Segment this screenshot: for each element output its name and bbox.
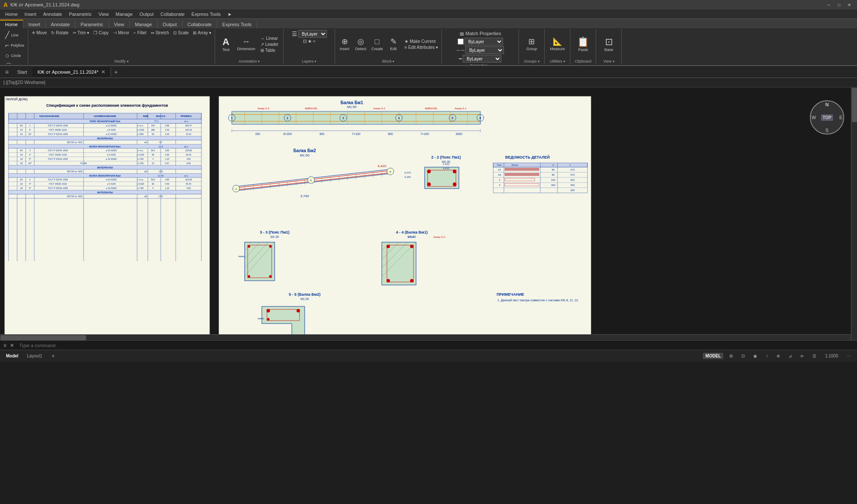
- stretch-button[interactable]: ⇔ Stretch: [149, 30, 171, 36]
- svg-text:4.80: 4.80: [186, 187, 191, 189]
- tab-home[interactable]: Home: [0, 20, 23, 28]
- active-tab[interactable]: КЖ от Арсения_21.11.2024* ✕: [32, 67, 111, 77]
- menu-express-tools[interactable]: Express Tools: [188, 11, 224, 18]
- menu-home[interactable]: Home: [2, 11, 21, 18]
- svg-text:ТО ЖЕ: ТО ЖЕ: [80, 162, 87, 165]
- edit-attributes-icon: ≡: [405, 45, 407, 50]
- start-tab[interactable]: Start: [12, 68, 32, 76]
- array-button[interactable]: ⊞ Array ▾: [191, 30, 213, 36]
- osnap-button[interactable]: ⊕: [774, 353, 782, 359]
- rotate-button[interactable]: ↻ Rotate: [49, 30, 70, 36]
- tab-express-tools[interactable]: Express Tools: [217, 21, 257, 28]
- otrack-button[interactable]: ⊿: [786, 353, 794, 359]
- ribbon-group-utilities: 📐 Measure Utilities ▾: [545, 29, 570, 64]
- tab-output[interactable]: Output: [158, 21, 183, 28]
- menu-output[interactable]: Output: [136, 11, 157, 18]
- copy-button[interactable]: ❐ Copy: [92, 30, 110, 36]
- menu-more[interactable]: ►: [224, 11, 236, 18]
- tab-close-button[interactable]: ✕: [101, 69, 105, 75]
- horizontal-scrollbar[interactable]: [0, 334, 851, 340]
- tab-parametric[interactable]: Parametric: [75, 21, 109, 28]
- linetype-dropdown[interactable]: ByLayer: [465, 46, 504, 54]
- match-layer-icon[interactable]: ≈: [313, 39, 315, 44]
- hamburger-button[interactable]: ≡: [2, 67, 12, 77]
- color-dropdown[interactable]: ByLayer: [464, 38, 503, 45]
- circle-button[interactable]: ○ Circle: [3, 51, 26, 60]
- title-text: КЖ от Арсения_21.11.2024.dwg: [10, 2, 79, 7]
- top-button[interactable]: TOP: [821, 114, 833, 121]
- group-button[interactable]: ⊞ Group: [524, 36, 539, 52]
- svg-rect-280: [505, 183, 539, 186]
- create-button[interactable]: □ Create: [369, 36, 385, 52]
- trim-button[interactable]: ✂ Trim ▾: [71, 30, 91, 36]
- svg-text:1: 1: [231, 117, 233, 120]
- transparency-button[interactable]: ☰: [810, 353, 819, 359]
- fillet-button[interactable]: ⌐ Fillet: [132, 30, 148, 36]
- scale-display[interactable]: 1:1000: [822, 353, 841, 359]
- compass-e: E: [839, 115, 842, 120]
- svg-text:БАЛКА МОНОЛИТНАЯ Бм1: БАЛКА МОНОЛИТНАЯ Бм1: [89, 145, 120, 148]
- text-button[interactable]: A Text: [218, 36, 234, 53]
- snap-indicator[interactable]: MODEL: [703, 353, 723, 359]
- mirror-button[interactable]: ⊣ Mirror: [111, 30, 131, 36]
- tab-insert[interactable]: Insert: [23, 21, 46, 28]
- minimize-button[interactable]: ─: [824, 1, 833, 8]
- svg-text:77.1: 77.1: [154, 120, 159, 123]
- snap-button[interactable]: ⊡: [739, 353, 747, 359]
- table-button[interactable]: ⊞ Table: [259, 48, 280, 53]
- base-button[interactable]: ⊡ Base: [601, 36, 617, 53]
- add-layout-button[interactable]: +: [48, 351, 58, 361]
- tab-view[interactable]: View: [109, 21, 130, 28]
- dimension-button[interactable]: ↔ Dimension: [235, 36, 257, 52]
- paste-button[interactable]: 📋 Paste: [575, 36, 591, 53]
- linear-button[interactable]: ↔ Linear: [259, 36, 280, 41]
- command-input[interactable]: [18, 341, 360, 350]
- svg-text:1: 1: [30, 124, 31, 127]
- polyline-button[interactable]: ⌐ Polyline: [3, 41, 26, 50]
- canvas-area[interactable]: ЛИЛОЙ ДОМ) Спецификация к схеме располож…: [0, 87, 857, 340]
- arc-button[interactable]: ⌒ Arc: [3, 61, 26, 65]
- cancel-icon[interactable]: ✕: [8, 342, 16, 348]
- tab-manage[interactable]: Manage: [130, 21, 158, 28]
- menu-view[interactable]: View: [95, 11, 112, 18]
- grid-button[interactable]: ⊞: [727, 353, 735, 359]
- layer-dropdown[interactable]: ByLayer: [298, 30, 327, 38]
- svg-text:БЕТОН кл. В15;: БЕТОН кл. В15;: [67, 141, 83, 144]
- menu-annotate[interactable]: Annotate: [40, 11, 66, 18]
- ortho-button[interactable]: ◉: [751, 353, 760, 359]
- menu-collaborate[interactable]: Collaborate: [157, 11, 188, 18]
- create-icon: □: [375, 37, 380, 47]
- filter-icon[interactable]: ≡: [2, 342, 8, 348]
- main-area: ЛИЛОЙ ДОМ) Спецификация к схеме располож…: [0, 87, 857, 340]
- close-button[interactable]: ✕: [845, 1, 854, 8]
- lineweight-button[interactable]: ⊳: [798, 353, 806, 359]
- detect-button[interactable]: ◎ Detect: [353, 36, 369, 52]
- layout1-tab[interactable]: Layout1: [24, 353, 45, 359]
- svg-text:М1:50: М1:50: [347, 105, 357, 109]
- menu-manage[interactable]: Manage: [112, 11, 136, 18]
- lineweight-dropdown[interactable]: ByLayer: [463, 55, 501, 63]
- menu-insert[interactable]: Insert: [21, 11, 40, 18]
- move-button[interactable]: ✛ Move: [30, 30, 48, 36]
- line-button[interactable]: ╱ Line: [3, 30, 26, 40]
- scale-button[interactable]: ⊡ Scale: [171, 30, 190, 36]
- edit-attributes-button[interactable]: ≡ Edit Attributes ▾: [403, 45, 440, 50]
- polar-button[interactable]: ↕: [763, 353, 770, 359]
- measure-button[interactable]: 📐 Measure: [548, 36, 566, 52]
- svg-text:L=760: L=760: [138, 158, 144, 160]
- make-current-button[interactable]: ★ Make Current: [403, 39, 440, 44]
- layer-make-current-icon[interactable]: ★: [308, 39, 312, 44]
- tab-collaborate[interactable]: Collaborate: [183, 21, 217, 28]
- add-tab-button[interactable]: +: [111, 67, 121, 77]
- edit-block-button[interactable]: ✎ Edit: [386, 36, 401, 52]
- svg-text:228.69: 228.69: [185, 149, 192, 152]
- more-settings-button[interactable]: ⋯: [844, 353, 854, 359]
- array-label: Array ▾: [198, 30, 211, 35]
- vertical-scrollbar[interactable]: [851, 87, 857, 340]
- insert-button[interactable]: ⊕ Insert: [337, 36, 352, 52]
- tab-annotate[interactable]: Annotate: [46, 21, 75, 28]
- menu-parametric[interactable]: Parametric: [66, 11, 95, 18]
- model-tab[interactable]: Model: [3, 353, 21, 359]
- leader-button[interactable]: ↗ Leader: [259, 42, 280, 47]
- maximize-button[interactable]: □: [835, 1, 843, 8]
